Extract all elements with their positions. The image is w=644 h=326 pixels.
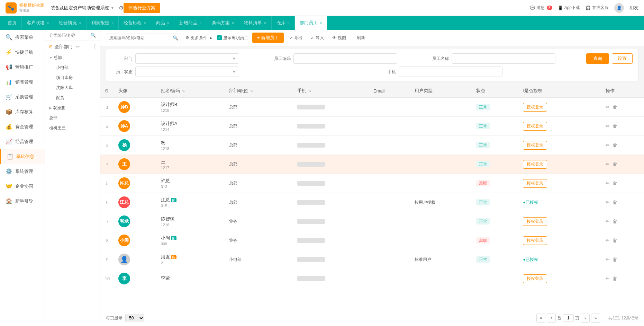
nav-quick[interactable]: ⚡ 快捷导航	[0, 45, 45, 60]
dept-all-item[interactable]: ⊞ 全部部门 ✏ 《	[45, 41, 100, 53]
nav-finance[interactable]: 💰 资金管理	[0, 119, 45, 134]
settings-icon[interactable]: ⚙	[119, 5, 124, 11]
reset-button[interactable]: 设置	[612, 53, 633, 64]
authorize-button[interactable]: 授权登录	[523, 122, 547, 131]
nav-basic-info[interactable]: 📋 基础信息	[0, 149, 45, 164]
col-name-code[interactable]: 姓名/编码 ⇅	[157, 84, 225, 98]
app-download-btn[interactable]: 📱 App下载	[558, 5, 580, 11]
dept-search-input[interactable]	[49, 33, 88, 38]
tab-employees[interactable]: 部门员工×	[295, 16, 327, 30]
employee-name-input[interactable]	[452, 53, 555, 64]
search-submit-icon[interactable]: 🔍	[173, 35, 178, 41]
authorize-button[interactable]: 授权登录	[523, 103, 547, 112]
close-icon[interactable]: ×	[199, 21, 201, 25]
nav-purchase[interactable]: 🛒 采购管理	[0, 89, 45, 104]
settings-icon[interactable]: ⚙	[105, 88, 109, 94]
delete-icon[interactable]: 🗑	[613, 238, 617, 243]
authorize-button[interactable]: 授权登录	[523, 141, 547, 150]
delete-icon[interactable]: 🗑	[613, 123, 617, 129]
tab-barcode[interactable]: 条码方案×	[207, 16, 239, 30]
dept-item-xiaodibu[interactable]: 小电部	[45, 63, 100, 73]
delete-icon[interactable]: 🗑	[613, 104, 617, 110]
edit-icon[interactable]: ✏	[606, 180, 610, 186]
show-resigned-toggle[interactable]: ✓ 显示离职员工	[217, 35, 248, 41]
close-icon[interactable]: ×	[111, 21, 114, 25]
close-icon[interactable]: ×	[47, 21, 49, 25]
search-input[interactable]	[109, 35, 171, 40]
delete-icon[interactable]: 🗑	[613, 200, 617, 205]
tab-goods[interactable]: 商品×	[151, 16, 174, 30]
more-conditions-btn[interactable]: ⚙ 更多条件 ▲	[185, 35, 213, 41]
dept-item-zhishu[interactable]: 植树王三	[45, 123, 100, 133]
nav-marketing[interactable]: 📢 营销推广	[0, 60, 45, 74]
edit-icon[interactable]: ✏	[606, 276, 610, 281]
query-button[interactable]: 查询	[586, 53, 609, 64]
employee-code-input[interactable]	[293, 53, 397, 64]
online-service-btn[interactable]: 🎧 在线客服	[586, 5, 609, 11]
close-icon[interactable]: ×	[264, 21, 266, 25]
dept-item-shuangzuoxiang[interactable]: ▶ 双座想	[45, 103, 100, 113]
collapse-icon[interactable]: 《	[91, 44, 96, 50]
delete-icon[interactable]: 🗑	[613, 180, 617, 186]
dept-item-zongbu[interactable]: 总部	[45, 113, 100, 123]
delete-icon[interactable]: 🗑	[613, 161, 617, 167]
trial-button[interactable]: 体验行业方案	[124, 3, 160, 13]
last-page-btn[interactable]: »	[591, 314, 600, 323]
edit-icon[interactable]: ✏	[606, 238, 610, 243]
tab-bom[interactable]: 物料清单×	[239, 16, 271, 30]
dept-item-peihuo[interactable]: 配货	[45, 93, 100, 103]
page-size-select[interactable]: 50 100 200	[125, 314, 144, 322]
delete-icon[interactable]: 🗑	[613, 276, 617, 281]
dept-item-head[interactable]: ▼ 总部	[45, 53, 100, 63]
system-title[interactable]: 装备及固定资产辅助管理系统 ▼	[51, 5, 115, 11]
page-input[interactable]	[563, 314, 574, 322]
status-select[interactable]: ▼	[135, 67, 239, 77]
nav-collab[interactable]: 🤝 企业协同	[0, 179, 45, 194]
tab-process[interactable]: 经营历程×	[119, 16, 151, 30]
nav-operation[interactable]: 📈 经营管理	[0, 134, 45, 149]
delete-icon[interactable]: 🗑	[613, 219, 617, 224]
first-page-btn[interactable]: «	[536, 314, 545, 323]
authorize-button[interactable]: 授权登录	[523, 179, 547, 188]
edit-icon[interactable]: ✏	[606, 161, 610, 167]
message-btn[interactable]: 💬 消息 5	[530, 5, 552, 11]
edit-dept-icon[interactable]: ✏	[76, 44, 80, 49]
close-icon[interactable]: ×	[232, 21, 234, 25]
dept-select[interactable]: ▼	[135, 53, 239, 64]
nav-system[interactable]: ⚙️ 系统管理	[0, 164, 45, 179]
col-setting[interactable]: ⚙	[100, 84, 114, 98]
authorize-button[interactable]: 授权登录	[523, 217, 547, 226]
edit-icon[interactable]: ✏	[606, 142, 610, 148]
edit-icon[interactable]: ✏	[606, 123, 610, 129]
dept-item-shenyangdaku[interactable]: 沈阳大库	[45, 83, 100, 93]
import-button[interactable]: ↙ 导入	[308, 35, 327, 41]
edit-icon[interactable]: ✏	[606, 219, 610, 224]
delete-icon[interactable]: 🗑	[613, 142, 617, 148]
tab-customer[interactable]: 客户联络×	[22, 16, 54, 30]
next-page-btn[interactable]: ›	[581, 314, 590, 323]
authorize-button[interactable]: 授权登录	[523, 236, 547, 245]
tab-warehouse[interactable]: 仓库×	[272, 16, 295, 30]
phone-input[interactable]	[399, 67, 502, 77]
refresh-button[interactable]: | 刷新	[352, 35, 368, 41]
export-button[interactable]: ↗ 导出	[287, 35, 305, 41]
close-icon[interactable]: ×	[79, 21, 81, 25]
tab-profit[interactable]: 利润报告×	[87, 16, 119, 30]
tab-add-goods[interactable]: 新增商品×	[174, 16, 207, 30]
close-icon[interactable]: ×	[167, 21, 169, 25]
nav-sales[interactable]: 📊 销售管理	[0, 74, 45, 89]
delete-icon[interactable]: 🗑	[613, 257, 617, 262]
col-phone[interactable]: 手机 ⇅	[293, 84, 369, 98]
dept-item-xiangmukufang[interactable]: 项目库房	[45, 73, 100, 83]
edit-icon[interactable]: ✏	[606, 257, 610, 262]
authorize-button[interactable]: 授权登录	[523, 160, 547, 169]
close-icon[interactable]: ×	[320, 21, 322, 25]
tab-home[interactable]: 首页	[3, 16, 22, 30]
edit-icon[interactable]: ✏	[606, 200, 610, 205]
tab-management[interactable]: 经营情况×	[54, 16, 86, 30]
authorize-button[interactable]: 授权登录	[523, 274, 547, 283]
prev-page-btn[interactable]: ‹	[547, 314, 556, 323]
view-button[interactable]: 👁 视图	[329, 35, 349, 41]
col-dept-position[interactable]: 部门/职位 ⇅	[225, 84, 293, 98]
nav-search[interactable]: 🔍 搜索菜单	[0, 30, 45, 45]
